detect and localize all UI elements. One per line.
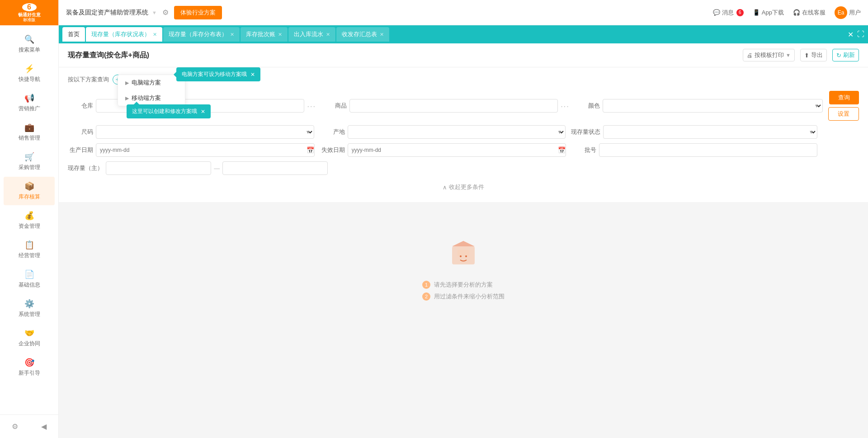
tooltip1-close[interactable]: ✕ bbox=[250, 71, 255, 78]
size-label: 尺码 bbox=[68, 128, 93, 136]
message-icon: 💬 bbox=[713, 9, 720, 16]
field-batch: 批号 bbox=[571, 143, 817, 157]
sidebar-item-operations[interactable]: 📋 经营管理 bbox=[4, 235, 55, 264]
expiry-date-from[interactable] bbox=[348, 143, 566, 157]
tab-in-out-flow[interactable]: 出入库流水 ✕ bbox=[288, 27, 335, 42]
production-date-from-cal-icon[interactable]: 📅 bbox=[307, 146, 314, 154]
collapse-sidebar-icon[interactable]: ◀ bbox=[39, 420, 48, 433]
color-label: 颜色 bbox=[575, 102, 600, 110]
warehouse-more-icon[interactable]: ··· bbox=[307, 101, 316, 111]
batch-input-wrap bbox=[599, 143, 817, 157]
tab-home[interactable]: 首页 bbox=[62, 27, 85, 42]
main-area: 装备及固定资产辅助管理系统 ▼ ⚙ 体验行业方案 💬 消息 6 📱 App下载 … bbox=[59, 0, 868, 438]
guide-icon: 🎯 bbox=[24, 358, 34, 367]
tab-close-summary[interactable]: ✕ bbox=[380, 32, 384, 38]
origin-input-wrap: ▼ bbox=[348, 125, 566, 139]
top-header: 装备及固定资产辅助管理系统 ▼ ⚙ 体验行业方案 💬 消息 6 📱 App下载 … bbox=[59, 0, 868, 25]
production-date-range: 📅 bbox=[96, 143, 314, 157]
close-all-tabs-icon[interactable]: ✕ bbox=[848, 30, 854, 39]
collapse-more-btn[interactable]: ∧ 收起更多条件 bbox=[68, 179, 859, 195]
inventory-icon: 📦 bbox=[24, 181, 34, 191]
reset-btn[interactable]: 设置 bbox=[828, 107, 859, 121]
chevron-right-icon-mobile: ▶ bbox=[125, 95, 129, 101]
settings-icon[interactable]: ⚙ bbox=[162, 8, 169, 17]
sidebar-item-search[interactable]: 🔍 搜索菜单 bbox=[4, 30, 55, 58]
tab-close-inventory-dist[interactable]: ✕ bbox=[230, 32, 234, 38]
basic-info-icon: 📄 bbox=[24, 269, 34, 279]
sidebar-item-sales[interactable]: 💼 销售管理 bbox=[4, 118, 55, 146]
sidebar-bottom: ⚙ ◀ bbox=[0, 414, 58, 438]
scheme-item-pc[interactable]: ▶ 电脑端方案 bbox=[118, 75, 185, 90]
tab-close-inventory-status[interactable]: ✕ bbox=[153, 32, 157, 38]
refresh-btn[interactable]: ↻ 刷新 bbox=[832, 49, 859, 61]
search-btn[interactable]: 查询 bbox=[829, 91, 859, 104]
avatar: Ea bbox=[835, 6, 847, 19]
tab-inventory-dist[interactable]: 现存量（库存分布表） ✕ bbox=[163, 27, 240, 42]
sidebar-item-guide[interactable]: 🎯 新手引导 bbox=[4, 353, 55, 381]
sidebar-item-quick-nav[interactable]: ⚡ 快捷导航 bbox=[4, 59, 55, 88]
field-color: 颜色 ▼ bbox=[575, 99, 823, 113]
sidebar-item-finance[interactable]: 💰 资金管理 bbox=[4, 206, 55, 235]
sidebar-item-inventory[interactable]: 📦 库存核算 bbox=[4, 177, 55, 205]
logo-icon: 6 bbox=[22, 3, 37, 11]
origin-label: 产地 bbox=[320, 128, 345, 136]
user-item[interactable]: Ea 用户 bbox=[835, 6, 861, 19]
goods-label: 商品 bbox=[321, 102, 347, 110]
sidebar-logo: 6 畅通好生意 标准版 bbox=[0, 0, 58, 25]
sidebar-item-purchase[interactable]: 🛒 采购管理 bbox=[4, 147, 55, 176]
finance-icon: 💰 bbox=[24, 211, 34, 221]
tab-summary[interactable]: 收发存汇总表 ✕ bbox=[336, 27, 389, 42]
empty-state-icon bbox=[443, 233, 484, 273]
stock-status-select[interactable] bbox=[603, 125, 817, 139]
color-select[interactable] bbox=[603, 99, 823, 113]
messages-item[interactable]: 💬 消息 6 bbox=[713, 9, 744, 17]
tooltip2-close[interactable]: ✕ bbox=[201, 108, 205, 115]
headset-icon: 🎧 bbox=[793, 9, 800, 16]
field-size: 尺码 ▼ bbox=[68, 125, 314, 139]
system-title: 装备及固定资产辅助管理系统 ▼ bbox=[66, 9, 157, 17]
goods-more-icon[interactable]: ··· bbox=[561, 101, 570, 111]
batch-input[interactable] bbox=[599, 143, 817, 157]
tab-batch-account[interactable]: 库存批次账 ✕ bbox=[241, 27, 288, 42]
stock-main-from[interactable] bbox=[106, 161, 211, 175]
tooltip-edit-scheme: 这里可以创建和修改方案哦 ✕ bbox=[127, 104, 211, 118]
online-service-item[interactable]: 🎧 在线客服 bbox=[793, 9, 826, 17]
field-expiry-date: 失效日期 📅 bbox=[320, 143, 566, 157]
fullscreen-icon[interactable]: ⛶ bbox=[857, 30, 864, 38]
sidebar-item-basic-info[interactable]: 📄 基础信息 bbox=[4, 265, 55, 293]
origin-select[interactable] bbox=[348, 125, 566, 139]
empty-step-list: 1 请先选择要分析的方案 2 用过滤条件来缩小分析范围 bbox=[422, 281, 505, 301]
goods-input[interactable] bbox=[349, 99, 558, 113]
operations-icon: 📋 bbox=[24, 240, 34, 250]
logo-text: 畅通好生意 标准版 bbox=[18, 12, 41, 23]
export-btn[interactable]: ⬆ 导出 bbox=[800, 49, 827, 61]
app-download-item[interactable]: 📱 App下载 bbox=[753, 9, 784, 17]
sidebar-item-system[interactable]: ⚙️ 系统管理 bbox=[4, 294, 55, 323]
expiry-date-label: 失效日期 bbox=[320, 146, 345, 154]
print-icon: 🖨 bbox=[747, 52, 753, 59]
step-1-num: 1 bbox=[422, 281, 430, 289]
tab-inventory-status[interactable]: 现存量（库存状况表） ✕ bbox=[86, 27, 162, 42]
stock-main-to[interactable] bbox=[222, 161, 328, 175]
refresh-icon: ↻ bbox=[836, 52, 841, 59]
chevron-right-icon-pc: ▶ bbox=[125, 80, 129, 86]
svg-rect-2 bbox=[458, 250, 469, 256]
svg-point-3 bbox=[460, 255, 462, 257]
scheme-item-mobile[interactable]: ▶ 移动端方案 bbox=[118, 90, 185, 106]
empty-state: 1 请先选择要分析的方案 2 用过滤条件来缩小分析范围 bbox=[59, 206, 868, 328]
page-title: 现存量查询(按仓库+商品) bbox=[68, 51, 149, 60]
page-actions: 🖨 按模板打印 ▼ ⬆ 导出 ↻ 刷新 bbox=[743, 49, 859, 61]
size-select[interactable] bbox=[96, 125, 314, 139]
industry-btn[interactable]: 体验行业方案 bbox=[174, 6, 222, 19]
field-goods: 商品 ··· bbox=[321, 99, 570, 113]
production-date-from[interactable] bbox=[96, 143, 315, 157]
tab-close-batch-account[interactable]: ✕ bbox=[278, 32, 282, 38]
dropdown-arrow-icon[interactable]: ▼ bbox=[152, 10, 157, 15]
settings-bottom-icon[interactable]: ⚙ bbox=[10, 420, 20, 433]
sidebar-item-marketing[interactable]: 📢 营销推广 bbox=[4, 89, 55, 117]
template-print-btn[interactable]: 🖨 按模板打印 ▼ bbox=[743, 49, 795, 61]
sidebar-item-enterprise[interactable]: 🤝 企业协同 bbox=[4, 324, 55, 352]
scheme-dropdown: ▶ 电脑端方案 ▶ 移动端方案 bbox=[118, 75, 185, 106]
expiry-date-cal-icon[interactable]: 📅 bbox=[558, 146, 566, 154]
tab-close-in-out-flow[interactable]: ✕ bbox=[326, 32, 330, 38]
